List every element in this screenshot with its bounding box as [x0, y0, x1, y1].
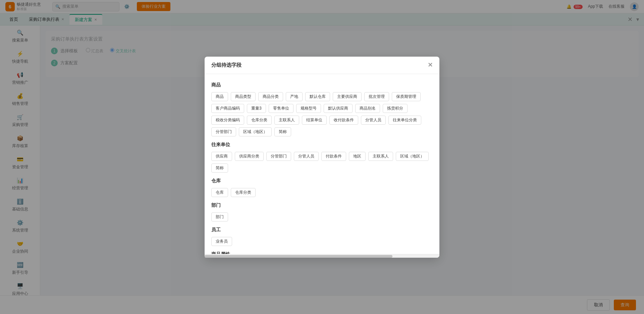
- field-warehouse[interactable]: 仓库: [211, 188, 228, 197]
- section-product-attr: 商品属性 属性 颜色 多规格 尺码 鞋码 1: [211, 251, 433, 254]
- field-batch-management[interactable]: 批次管理: [364, 92, 389, 101]
- field-area[interactable]: 地区: [349, 152, 366, 161]
- field-product-category[interactable]: 商品分类: [258, 92, 283, 101]
- field-spec-model[interactable]: 规格型号: [296, 104, 321, 113]
- field-pick-score[interactable]: 拣货积分: [383, 104, 408, 113]
- section-employee: 员工 业务员: [211, 227, 433, 246]
- warehouse-fields: 仓库 仓库分类: [211, 188, 433, 197]
- field-customer-code[interactable]: 客户商品编码: [211, 104, 244, 113]
- field-retail-unit[interactable]: 零售单位: [269, 104, 293, 113]
- modal-close-button[interactable]: ✕: [428, 62, 433, 68]
- section-department: 部门 部门: [211, 202, 433, 222]
- section-dept-title: 部门: [211, 202, 433, 208]
- section-product: 商品 商品 商品类型 商品分类 产地 默认仓库 主要供应商 批次管理 保质期管理…: [211, 82, 433, 136]
- field-origin[interactable]: 产地: [286, 92, 303, 101]
- field-warehouse-category[interactable]: 仓库分类: [247, 116, 272, 125]
- field-partner-supervisor[interactable]: 分管人员: [294, 152, 319, 161]
- field-weight3[interactable]: 重量3: [247, 104, 266, 113]
- field-tax-code[interactable]: 税收分类编码: [211, 116, 244, 125]
- field-main-contact[interactable]: 主联系人: [274, 116, 299, 125]
- field-selection-modal: 分组待选字段 ✕ 商品 商品 商品类型 商品分类 产地 默认仓库 主要供应商 批…: [205, 57, 439, 258]
- field-dept[interactable]: 部门: [211, 212, 228, 222]
- field-product[interactable]: 商品: [211, 92, 228, 101]
- section-warehouse-title: 仓库: [211, 178, 433, 184]
- field-salesman[interactable]: 业务员: [211, 237, 232, 246]
- field-supervisor[interactable]: 分管人员: [361, 116, 386, 125]
- field-product-alias[interactable]: 商品别名: [355, 104, 380, 113]
- field-main-supplier[interactable]: 主要供应商: [333, 92, 362, 101]
- employee-fields: 业务员: [211, 237, 433, 246]
- field-partner-payment[interactable]: 付款条件: [321, 152, 346, 161]
- field-supplier-category[interactable]: 供应商分类: [235, 152, 264, 161]
- section-partner: 往来单位 供应商 供应商分类 分管部门 分管人员 付款条件 地区 主联系人 区域…: [211, 142, 433, 173]
- section-attr-title: 商品属性: [211, 251, 433, 254]
- field-default-warehouse[interactable]: 默认仓库: [305, 92, 330, 101]
- field-short-name[interactable]: 简称: [274, 127, 291, 136]
- modal-title: 分组待选字段: [211, 62, 241, 68]
- section-product-title: 商品: [211, 82, 433, 88]
- modal-header: 分组待选字段 ✕: [205, 57, 439, 74]
- product-fields: 商品 商品类型 商品分类 产地 默认仓库 主要供应商 批次管理 保质期管理 客户…: [211, 92, 433, 136]
- field-partner-contact[interactable]: 主联系人: [368, 152, 393, 161]
- field-region[interactable]: 区域（地区）: [239, 127, 272, 136]
- field-shelf-life[interactable]: 保质期管理: [392, 92, 421, 101]
- field-dept-manager[interactable]: 分管部门: [211, 127, 236, 136]
- modal-overlay: 分组待选字段 ✕ 商品 商品 商品类型 商品分类 产地 默认仓库 主要供应商 批…: [0, 0, 644, 314]
- modal-horizontal-scrollbar[interactable]: [205, 254, 439, 257]
- field-partner-short[interactable]: 简称: [211, 164, 228, 173]
- field-warehouse-cat[interactable]: 仓库分类: [231, 188, 256, 197]
- scrollbar-thumb: [205, 255, 392, 258]
- dept-fields: 部门: [211, 212, 433, 222]
- partner-fields: 供应商 供应商分类 分管部门 分管人员 付款条件 地区 主联系人 区域（地区） …: [211, 152, 433, 173]
- field-partner-region[interactable]: 区域（地区）: [396, 152, 429, 161]
- field-product-type[interactable]: 商品类型: [231, 92, 256, 101]
- section-partner-title: 往来单位: [211, 142, 433, 148]
- section-warehouse: 仓库 仓库 仓库分类: [211, 178, 433, 197]
- modal-body: 商品 商品 商品类型 商品分类 产地 默认仓库 主要供应商 批次管理 保质期管理…: [205, 74, 439, 254]
- section-employee-title: 员工: [211, 227, 433, 233]
- field-default-supplier[interactable]: 默认供应商: [324, 104, 353, 113]
- field-payment-terms[interactable]: 收付款条件: [329, 116, 358, 125]
- field-supplier[interactable]: 供应商: [211, 152, 232, 161]
- field-partner-dept[interactable]: 分管部门: [266, 152, 291, 161]
- field-partner-category[interactable]: 往来单位分类: [388, 116, 421, 125]
- field-settlement-unit[interactable]: 结算单位: [302, 116, 327, 125]
